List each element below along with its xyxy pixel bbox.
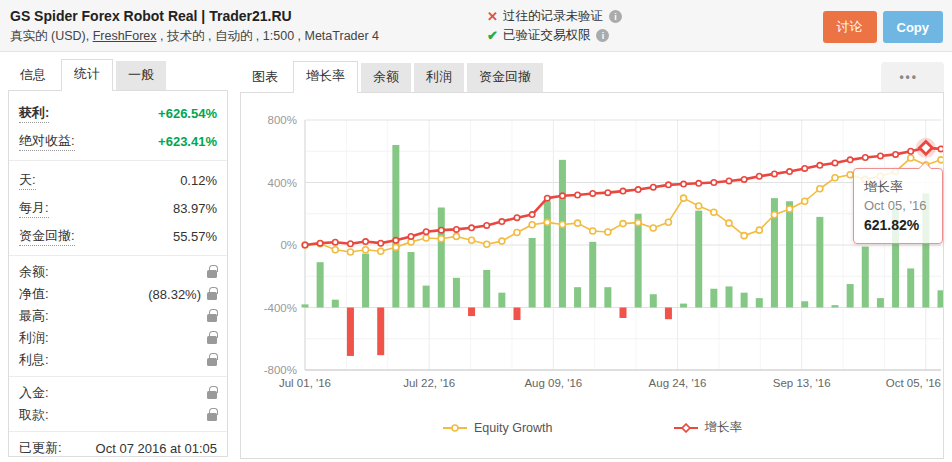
loss-bar[interactable] (377, 308, 384, 356)
equity-point[interactable] (832, 175, 838, 181)
profit-bar[interactable] (726, 286, 733, 307)
profit-bar[interactable] (453, 278, 460, 308)
equity-point[interactable] (469, 237, 475, 243)
equity-point[interactable] (756, 227, 762, 233)
growth-point[interactable] (908, 149, 913, 154)
growth-point[interactable] (454, 227, 459, 232)
equity-point[interactable] (559, 222, 565, 228)
growth-point[interactable] (302, 242, 307, 247)
growth-point[interactable] (893, 152, 898, 157)
equity-point[interactable] (726, 220, 732, 226)
growth-point[interactable] (484, 223, 489, 228)
more-menu-icon[interactable]: ••• (899, 70, 918, 84)
growth-point[interactable] (469, 225, 474, 230)
growth-point[interactable] (317, 240, 322, 245)
growth-point[interactable] (696, 181, 701, 186)
growth-point[interactable] (575, 192, 580, 197)
profit-bar[interactable] (680, 304, 687, 308)
chart-tab-2[interactable]: 增长率 (293, 61, 358, 93)
profit-bar[interactable] (756, 298, 763, 307)
info-icon[interactable]: i (609, 10, 622, 23)
equity-point[interactable] (484, 241, 490, 247)
growth-point[interactable] (529, 212, 534, 217)
info-icon[interactable]: i (596, 29, 609, 42)
growth-point[interactable] (817, 163, 822, 168)
growth-point[interactable] (439, 227, 444, 232)
profit-bar[interactable] (695, 211, 702, 308)
discuss-button[interactable]: 讨论 (823, 11, 877, 43)
profit-bar[interactable] (423, 286, 430, 308)
equity-point[interactable] (650, 225, 656, 231)
profit-bar[interactable] (498, 293, 505, 308)
equity-point[interactable] (347, 249, 353, 255)
profit-bar[interactable] (862, 247, 869, 308)
growth-point[interactable] (499, 219, 504, 224)
growth-point[interactable] (620, 188, 625, 193)
growth-point[interactable] (726, 178, 731, 183)
legend-item-equity-growth[interactable]: Equity Growth (442, 419, 553, 436)
equity-point[interactable] (741, 233, 747, 239)
equity-point[interactable] (711, 209, 717, 215)
growth-point[interactable] (666, 182, 671, 187)
sidebar-tab-2[interactable]: 统计 (61, 59, 113, 91)
loss-bar[interactable] (468, 308, 475, 317)
equity-point[interactable] (499, 238, 505, 244)
growth-point[interactable] (393, 238, 398, 243)
equity-point[interactable] (908, 155, 914, 161)
profit-bar[interactable] (710, 289, 717, 308)
profit-bar[interactable] (392, 145, 399, 308)
profit-bar[interactable] (529, 238, 536, 308)
profit-bar[interactable] (816, 217, 823, 308)
profit-bar[interactable] (650, 294, 657, 307)
equity-point[interactable] (378, 248, 384, 254)
equity-point[interactable] (514, 230, 520, 236)
growth-point[interactable] (605, 190, 610, 195)
growth-point[interactable] (378, 240, 383, 245)
profit-bar[interactable] (408, 252, 415, 307)
equity-point[interactable] (393, 244, 399, 250)
profit-bar[interactable] (544, 201, 551, 307)
growth-point[interactable] (651, 184, 656, 189)
broker-link[interactable]: FreshForex (93, 29, 157, 43)
chart-tab-5[interactable]: 资金回撤 (467, 63, 543, 92)
growth-point[interactable] (363, 239, 368, 244)
sidebar-tab-3[interactable]: 一般 (116, 61, 166, 90)
chart-tab-3[interactable]: 余额 (361, 63, 411, 92)
loss-bar[interactable] (514, 308, 521, 321)
equity-point[interactable] (771, 212, 777, 218)
equity-point[interactable] (635, 220, 641, 226)
profit-bar[interactable] (362, 254, 369, 308)
profit-bar[interactable] (786, 201, 793, 307)
equity-point[interactable] (363, 247, 369, 253)
growth-point[interactable] (938, 146, 943, 151)
equity-point[interactable] (938, 157, 943, 163)
profit-bar[interactable] (604, 287, 611, 307)
equity-point[interactable] (620, 221, 626, 227)
profit-bar[interactable] (317, 262, 324, 307)
loss-bar[interactable] (347, 308, 354, 356)
equity-point[interactable] (438, 236, 444, 242)
chart-tab-4[interactable]: 利润 (414, 63, 464, 92)
growth-point[interactable] (635, 187, 640, 192)
growth-point[interactable] (863, 155, 868, 160)
growth-chart[interactable]: 800%400%0%-400%-800%Jul 01, '16Jul 22, '… (241, 93, 943, 398)
equity-point[interactable] (787, 206, 793, 212)
growth-point[interactable] (545, 195, 550, 200)
equity-point[interactable] (529, 222, 535, 228)
legend-item-growth[interactable]: 增长率 (673, 419, 743, 436)
equity-point[interactable] (453, 233, 459, 239)
equity-point[interactable] (423, 235, 429, 241)
profit-bar[interactable] (741, 293, 748, 308)
loss-bar[interactable] (620, 308, 627, 318)
growth-point[interactable] (847, 157, 852, 162)
growth-point[interactable] (878, 153, 883, 158)
equity-point[interactable] (802, 198, 808, 204)
profit-bar[interactable] (635, 214, 642, 308)
profit-bar[interactable] (302, 304, 309, 307)
equity-point[interactable] (681, 195, 687, 201)
copy-button[interactable]: Copy (883, 11, 944, 43)
profit-bar[interactable] (332, 300, 339, 308)
equity-point[interactable] (575, 220, 581, 226)
profit-bar[interactable] (907, 268, 914, 307)
growth-point[interactable] (711, 180, 716, 185)
